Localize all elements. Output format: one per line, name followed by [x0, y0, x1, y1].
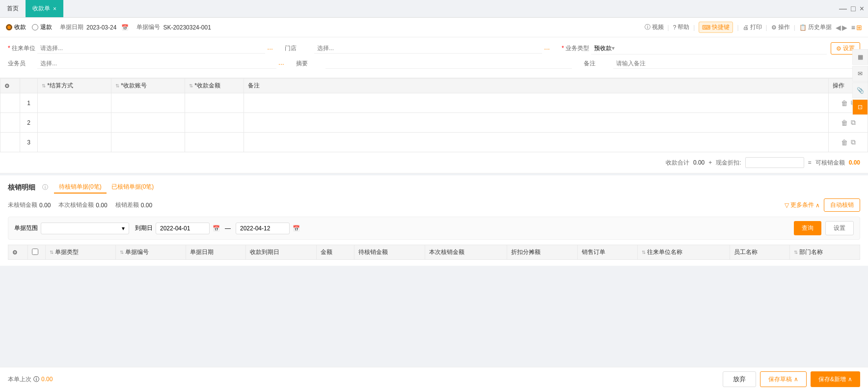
query-btn[interactable]: 查询 [794, 221, 821, 235]
delete-icon-2[interactable]: 🗑 [841, 119, 848, 127]
tab-pending[interactable]: 待核销单据(0笔) [54, 181, 107, 194]
calendar-end-icon[interactable]: 📅 [293, 225, 300, 232]
bth-settings[interactable]: ⚙ [8, 245, 28, 260]
calendar-start-icon[interactable]: 📅 [213, 225, 220, 232]
help-btn[interactable]: ? 帮助 [673, 23, 690, 31]
right-panel-screenshot-icon[interactable]: ⊡ [852, 99, 868, 115]
total-label: 收款合计 [666, 159, 689, 167]
store-label: 门店 [285, 44, 314, 53]
copy-icon-2[interactable]: ⧉ [851, 118, 856, 127]
print-icon: 🖨 [743, 24, 749, 31]
settlement-input-2[interactable] [42, 119, 107, 126]
abandon-button[interactable]: 放弃 [723, 371, 756, 387]
top-toolbar: 收款 退款 单据日期 2023-03-24 📅 单据编号 SK-20230324… [0, 18, 868, 37]
date-field: 单据日期 2023-03-24 📅 [60, 23, 129, 31]
tab-home[interactable]: 首页 [0, 0, 26, 17]
copy-icon-3[interactable]: ⧉ [851, 138, 856, 146]
bth-doc-date: 单据日期 [186, 245, 246, 260]
remark-input[interactable] [613, 58, 860, 69]
bth-dept: ⇅ 部门名称 [789, 245, 860, 260]
right-panel-table-icon[interactable]: ▦ [852, 49, 868, 65]
summary-input[interactable] [326, 58, 572, 69]
maximize-button[interactable]: □ [851, 4, 856, 13]
staff-input[interactable] [37, 58, 276, 69]
view-list-btn[interactable]: ≡ [851, 24, 855, 31]
bth-pending: 待核销金额 [354, 245, 425, 260]
sort-icon: ⇅ [642, 250, 646, 255]
amount-input-3[interactable] [189, 139, 240, 146]
remark-input-3[interactable] [248, 139, 824, 146]
row-actions-2: 🗑 ⧉ [833, 118, 864, 127]
nav-next-icon[interactable]: ▶ [842, 24, 847, 31]
minimize-button[interactable]: — [839, 4, 847, 13]
more-conditions-btn[interactable]: ▽ 更多条件 ∧ [785, 201, 820, 209]
print-btn[interactable]: 🖨 打印 [743, 23, 762, 31]
nav-prev-icon[interactable]: ◀ [836, 24, 841, 31]
radio-refund[interactable]: 退款 [32, 23, 52, 31]
calendar-icon[interactable]: 📅 [121, 24, 129, 31]
footer-buttons: 放弃 保存草稿 ∧ 保存&新增 ∧ [723, 371, 860, 387]
settlement-input-1[interactable] [42, 100, 107, 107]
delete-icon-1[interactable]: 🗑 [841, 99, 848, 107]
right-panel-attachment-icon[interactable]: 📎 [852, 83, 868, 98]
chevron-down-icon: ▾ [122, 225, 125, 232]
tab-done[interactable]: 已核销单据(0笔) [107, 181, 159, 194]
verify-actions: ▽ 更多条件 ∧ 自动核销 [785, 198, 860, 212]
th-remark: 备注 [244, 79, 829, 93]
select-all-checkbox[interactable] [32, 249, 38, 255]
bth-doc-type: ⇅ 单据类型 [46, 245, 116, 260]
discount-input[interactable] [745, 157, 804, 168]
keyboard-icon: ⌨ [702, 24, 710, 31]
verify-title: 核销明细 [8, 183, 35, 192]
row-num-2: 2 [20, 113, 38, 133]
store-more-btn[interactable]: ··· [544, 45, 550, 53]
due-date-start-input[interactable] [156, 223, 210, 234]
store-input[interactable] [314, 43, 542, 54]
operations-btn[interactable]: ⚙ 操作 [771, 23, 790, 31]
form-row-2: 业务员 ··· 摘要 备注 [8, 58, 860, 69]
save-draft-button[interactable]: 保存草稿 ∧ [760, 371, 807, 387]
right-panel-mail-icon[interactable]: ✉ [852, 66, 868, 82]
video-btn[interactable]: ⓘ 视频 [645, 23, 664, 31]
due-date-end-input[interactable] [236, 223, 290, 234]
view-grid-btn[interactable]: ⊞ [856, 24, 862, 31]
bth-discount: 折扣分摊额 [507, 245, 577, 260]
history-btn[interactable]: 📋 历史单据 [799, 23, 832, 31]
amount-input-1[interactable] [189, 100, 240, 107]
shortcut-btn[interactable]: ⌨ 快捷键 [699, 22, 733, 33]
settings-icon: ⚙ [4, 83, 10, 89]
counterpart-input[interactable] [37, 43, 265, 54]
filter-settings-btn[interactable]: 设置 [825, 221, 854, 235]
delete-icon-3[interactable]: 🗑 [841, 139, 848, 146]
remark-input-2[interactable] [248, 119, 824, 126]
row-actions-3: 🗑 ⧉ [833, 138, 864, 146]
bottom-table-section: ⚙ ⇅ 单据类型 ⇅ 单据编号 单据日期 [8, 245, 860, 260]
bth-doc-num: ⇅ 单据编号 [116, 245, 186, 260]
range-select[interactable]: ▾ [41, 223, 129, 234]
close-button[interactable]: × [860, 4, 864, 13]
account-input-2[interactable] [115, 119, 181, 126]
total-value: 0.00 [693, 159, 705, 166]
auto-verify-btn[interactable]: 自动核销 [824, 198, 860, 212]
tab-receipt[interactable]: 收款单 × [26, 0, 63, 17]
close-tab-icon[interactable]: × [53, 5, 56, 12]
prev-info-icon[interactable]: ⓘ [33, 375, 39, 384]
info-icon[interactable]: ⓘ [42, 183, 48, 192]
radio-receipt[interactable]: 收款 [6, 23, 26, 31]
counterpart-more-btn[interactable]: ··· [267, 45, 273, 53]
toolbar-actions: ⓘ 视频 | ? 帮助 | ⌨ 快捷键 | 🖨 打印 | ⚙ 操作 | 📋 历史… [645, 22, 862, 33]
business-type-select[interactable]: 预收款 ▾ [591, 43, 827, 55]
amount-input-2[interactable] [189, 119, 240, 126]
sort-icon: ⇅ [50, 250, 54, 255]
save-new-button[interactable]: 保存&新增 ∧ [811, 371, 860, 387]
date-value: 2023-03-24 [86, 24, 116, 31]
account-input-3[interactable] [115, 139, 181, 146]
account-input-1[interactable] [115, 100, 181, 107]
settlement-input-3[interactable] [42, 139, 107, 146]
staff-more-btn[interactable]: ··· [278, 60, 284, 68]
remark-input-1[interactable] [248, 100, 824, 107]
range-label: 单据范围 [14, 224, 38, 232]
th-row-num [20, 79, 38, 93]
gear-icon: ⚙ [836, 45, 841, 52]
th-settings[interactable]: ⚙ [0, 79, 20, 93]
